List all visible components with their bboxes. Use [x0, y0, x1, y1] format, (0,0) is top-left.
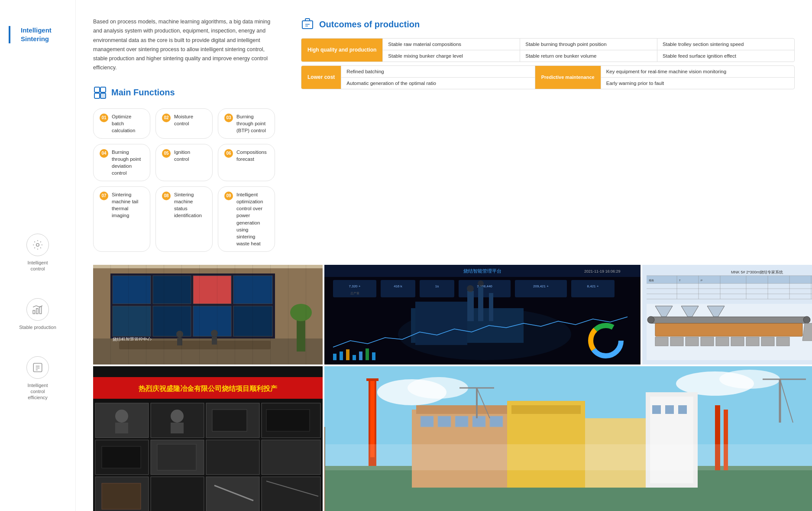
svg-point-120 [171, 410, 184, 423]
svg-rect-11 [100, 93, 106, 98]
svg-rect-15 [93, 265, 323, 365]
svg-rect-135 [157, 481, 196, 511]
svg-point-118 [115, 410, 128, 423]
svg-rect-32 [177, 338, 182, 345]
function-num-08: 08 [162, 192, 171, 200]
svg-rect-50 [571, 280, 615, 297]
svg-rect-132 [206, 477, 259, 511]
svg-rect-151 [455, 416, 468, 427]
svg-text:热烈庆祝盛隆冶金有限公司烧结项目顺利投产: 热烈庆祝盛隆冶金有限公司烧结项目顺利投产 [138, 384, 278, 392]
svg-rect-26 [233, 306, 272, 336]
svg-rect-60 [333, 354, 336, 360]
svg-rect-104 [731, 337, 744, 346]
predictive-cell-row-1: Key equipment for real-time machine visi… [601, 66, 794, 78]
stable-production-icon [26, 298, 49, 321]
svg-point-0 [36, 244, 39, 247]
svg-rect-48 [515, 280, 567, 297]
right-outcomes: Outcomes of production High quality and … [301, 17, 795, 252]
svg-rect-1 [33, 310, 35, 314]
svg-rect-24 [153, 306, 191, 336]
outcomes-title: Outcomes of production [319, 20, 420, 29]
svg-point-140 [408, 377, 468, 399]
brand: Intelligent Sintering [0, 26, 52, 43]
svg-text:209,421 +: 209,421 + [533, 284, 549, 288]
svg-text:烧结机智慧管控中心: 烧结机智慧管控中心 [113, 337, 152, 342]
function-num-01: 01 [100, 114, 108, 122]
svg-text:规格: 规格 [649, 279, 654, 282]
svg-rect-101 [686, 337, 699, 346]
svg-rect-19 [113, 276, 151, 304]
svg-rect-42 [381, 280, 415, 297]
svg-rect-121 [171, 423, 184, 433]
predictive-cell-2: Early warning prior to fault [601, 78, 794, 89]
svg-text:MNK 5# 2*300m烧结专家系统: MNK 5# 2*300m烧结专家系统 [731, 270, 783, 274]
outcomes-table-quality: High quality and production Stable raw m… [301, 38, 795, 62]
svg-rect-65 [366, 348, 369, 360]
quality-cell-row-1: Stable raw material compositions Stable … [383, 39, 794, 50]
sidebar: Intelligent Sintering Intelligentcontrol [0, 0, 76, 511]
svg-rect-99 [655, 337, 668, 346]
svg-rect-155 [511, 405, 581, 414]
svg-rect-127 [262, 440, 320, 475]
svg-rect-128 [102, 446, 141, 468]
sidebar-icons: Intelligentcontrol Stable production [19, 234, 56, 401]
svg-point-33 [211, 330, 218, 337]
svg-rect-95 [651, 317, 807, 323]
quality-cells: Stable raw material compositions Stable … [382, 39, 794, 62]
svg-rect-8 [94, 87, 100, 92]
lower-cost-cells: Refined batching Automatic generation of… [341, 66, 535, 89]
brand-line2: Sintering [21, 35, 52, 43]
sidebar-item-efficiency[interactable]: Intelligentcontrolefficiency [26, 356, 49, 401]
svg-text:7,320 +: 7,320 + [349, 284, 361, 288]
svg-rect-100 [670, 337, 683, 346]
sidebar-item-intelligent-control[interactable]: Intelligentcontrol [26, 234, 49, 272]
brand-bar [9, 26, 10, 43]
quality-cell-1-2: Stable burning through point position [520, 39, 657, 50]
svg-rect-44 [420, 280, 454, 297]
svg-rect-63 [353, 355, 356, 360]
function-label-08: Sintering machine status identification [174, 191, 206, 219]
function-label-05: Ignition control [174, 149, 206, 163]
svg-rect-23 [113, 306, 151, 336]
function-label-02: Moisture control [174, 113, 206, 127]
function-label-09: Intelligent optimization control over po… [236, 191, 269, 247]
svg-point-30 [290, 304, 312, 321]
svg-rect-134 [102, 483, 141, 509]
outcomes-icon [301, 17, 315, 31]
function-num-04: 04 [100, 149, 108, 158]
outcomes-row-lower: Lower cost Refined batching Automatic ge… [301, 66, 794, 89]
svg-point-97 [803, 316, 810, 323]
svg-rect-29 [297, 317, 305, 352]
sidebar-item-stable-production[interactable]: Stable production [19, 298, 56, 330]
svg-rect-17 [93, 265, 323, 268]
svg-rect-103 [716, 337, 729, 346]
svg-rect-54 [415, 302, 467, 345]
svg-rect-16 [93, 338, 323, 365]
svg-point-59 [478, 280, 484, 286]
svg-text:总产量: 总产量 [350, 292, 359, 295]
main-functions-header: Main Functions [93, 86, 275, 100]
svg-rect-123 [266, 410, 310, 431]
main-content: Based on process models, machine learnin… [76, 0, 812, 511]
quality-cell-1-1: Stable raw material compositions [383, 39, 520, 50]
main-functions-icon [93, 86, 107, 100]
svg-rect-153 [490, 416, 503, 427]
svg-rect-56 [478, 286, 483, 321]
chinese-signage-image: 热烈庆祝盛隆冶金有限公司烧结项目顺利投产 [93, 366, 323, 511]
svg-rect-160 [665, 405, 674, 414]
left-info: Based on process models, machine learnin… [93, 17, 275, 252]
svg-point-58 [467, 285, 474, 292]
svg-rect-126 [206, 440, 259, 475]
function-label-03: Burning through point (BTP) control [236, 113, 269, 134]
function-label-07: Sintering machine tail thermal imaging [112, 191, 144, 219]
svg-text:P: P [701, 279, 702, 282]
svg-text:T: T [679, 279, 681, 282]
predictive-category: Predictive maintenance [535, 66, 601, 89]
svg-rect-2 [36, 308, 38, 313]
svg-rect-122 [212, 410, 247, 431]
svg-text:416 k: 416 k [394, 284, 403, 288]
svg-rect-57 [489, 293, 493, 321]
description-text: Based on process models, machine learnin… [93, 17, 275, 73]
svg-rect-129 [157, 444, 196, 470]
function-item-09: 09 Intelligent optimization control over… [218, 186, 275, 252]
